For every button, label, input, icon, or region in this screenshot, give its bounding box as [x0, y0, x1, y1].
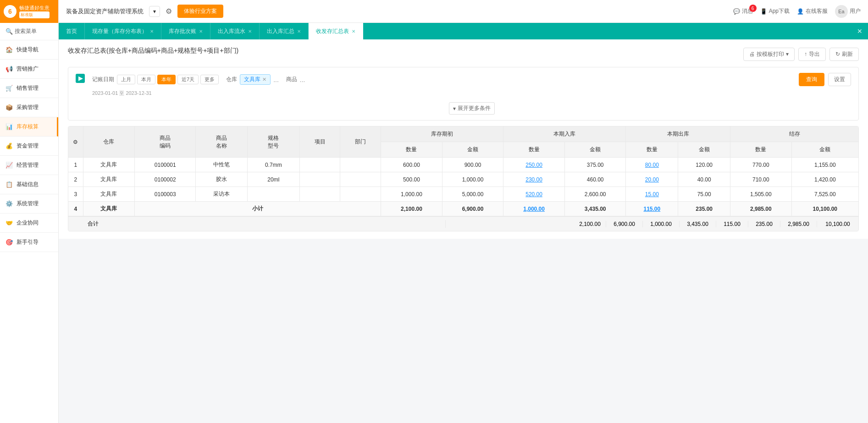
topbar-left: 装备及固定资产辅助管理系统 ▾ ⚙ 体验行业方案 [66, 5, 223, 18]
th-dept: 部门 [340, 126, 381, 158]
sidebar-item-enterprise[interactable]: 🤝 企业协同 [0, 214, 58, 233]
tab-close-icon[interactable]: ✕ [150, 29, 154, 34]
cell-open-amt: 900.00 [442, 158, 503, 172]
sidebar-item-sales[interactable]: 🛒 销售管理 [0, 79, 58, 98]
sidebar-item-guide[interactable]: 🎯 新手引导 [0, 233, 58, 252]
out-qty-link[interactable]: 80.00 [645, 162, 659, 168]
service-icon: 👤 [797, 8, 804, 15]
topbar-right: 💬 消息 6 📱 App下载 👤 在线客服 Ea 用户 [733, 5, 861, 18]
cell-name: 中性笔 [196, 158, 247, 172]
date-btn-this-year[interactable]: 本年 [157, 75, 176, 84]
collapse-button[interactable]: ▶ [76, 74, 85, 83]
tabs-close-all-button[interactable]: ✕ [851, 27, 868, 35]
tab-close-icon[interactable]: ✕ [352, 29, 355, 34]
tab-close-icon[interactable]: ✕ [199, 29, 203, 34]
in-qty-link[interactable]: 520.00 [525, 191, 542, 198]
sidebar-item-quick-nav[interactable]: 🏠 快捷导航 [0, 40, 58, 60]
app-download-button[interactable]: 📱 App下载 [760, 7, 790, 15]
sidebar-item-basic-info[interactable]: 📋 基础信息 [0, 175, 58, 194]
guide-icon: 🎯 [6, 239, 13, 246]
tab-label: 出入库汇总 [267, 27, 294, 35]
date-btn-last-month[interactable]: 上月 [117, 75, 135, 84]
sidebar: 6 畅捷通好生意 标准版 🔍 搜索菜单 🏠 快捷导航 📢 营销推广 🛒 销售管理… [0, 0, 59, 423]
cell-out-qty[interactable]: 115.00 [626, 202, 678, 216]
tab-bar: 首页 现存量（库存分布表） ✕ 库存批次账 ✕ 出入库流水 ✕ 出入库汇总 ✕ … [59, 23, 868, 39]
cell-spec: 0.7mm [247, 158, 299, 172]
messages-button[interactable]: 💬 消息 6 [733, 7, 753, 15]
sidebar-item-assets[interactable]: 💰 资金管理 [0, 137, 58, 156]
th-warehouse: 仓库 [83, 126, 134, 158]
th-outbound-group: 本期出库 [626, 126, 730, 142]
date-btn-7days[interactable]: 近7天 [177, 75, 199, 84]
cell-in-qty[interactable]: 520.00 [503, 187, 565, 202]
collapse-icon: ▶ [78, 75, 83, 82]
online-service-label: 在线客服 [806, 7, 828, 15]
date-btn-this-month[interactable]: 本月 [137, 75, 155, 84]
user-label: 用户 [850, 7, 861, 15]
sidebar-item-marketing[interactable]: 📢 营销推广 [0, 60, 58, 79]
total-open-amt: 6,900.00 [606, 221, 643, 227]
query-button[interactable]: 查询 [799, 73, 824, 86]
total-out-amt: 235.00 [748, 221, 780, 227]
export-button[interactable]: ↑ 导出 [798, 48, 826, 61]
date-btn-more[interactable]: 更多 [200, 75, 219, 84]
out-qty-link[interactable]: 20.00 [645, 176, 659, 183]
expand-more-button[interactable]: ▾ 展开更多条件 [449, 102, 495, 115]
cell-bal-qty: 770.00 [730, 158, 792, 172]
cell-warehouse: 文具库 [83, 202, 134, 216]
cell-out-qty[interactable]: 80.00 [626, 158, 678, 172]
print-button[interactable]: 🖨 按模板打印 ▾ [743, 48, 795, 61]
operations-icon: 📈 [6, 162, 13, 169]
user-menu[interactable]: Ea 用户 [835, 5, 861, 18]
filter-row-1: 记账日期 上月 本月 本年 近7天 更多 仓库 [92, 73, 851, 86]
purchase-icon: 📦 [6, 104, 13, 111]
setting-button[interactable]: 设置 [828, 73, 851, 86]
cell-in-qty[interactable]: 230.00 [503, 172, 565, 187]
tab-home[interactable]: 首页 [59, 23, 85, 39]
cell-out-qty[interactable]: 20.00 [626, 172, 678, 187]
cell-in-qty[interactable]: 250.00 [503, 158, 565, 172]
subtotal-out-qty-link[interactable]: 115.00 [643, 206, 660, 212]
total-in-qty: 1,000.00 [643, 221, 680, 227]
out-qty-link[interactable]: 15.00 [645, 191, 659, 198]
in-qty-link[interactable]: 250.00 [525, 162, 542, 168]
tab-receive-summary[interactable]: 收发存汇总表 ✕ [309, 23, 363, 39]
sidebar-item-operations[interactable]: 📈 经营管理 [0, 156, 58, 175]
tab-close-icon[interactable]: ✕ [248, 29, 252, 34]
cell-in-qty[interactable]: 1,000.00 [503, 202, 565, 216]
warehouse-ellipsis-button[interactable]: ... [273, 76, 279, 83]
subtotal-in-qty-link[interactable]: 1,000.00 [523, 206, 545, 212]
sidebar-item-inventory[interactable]: 📊 库存核算 [0, 117, 58, 137]
tab-flow[interactable]: 出入库流水 ✕ [210, 23, 260, 39]
experience-button[interactable]: 体验行业方案 [177, 5, 223, 18]
sidebar-item-label: 新手引导 [17, 238, 39, 246]
sidebar-item-system[interactable]: ⚙️ 系统管理 [0, 194, 58, 214]
table-row: 1 文具库 0100001 中性笔 0.7mm 600.00 900.00 25… [68, 158, 858, 172]
tab-inventory-dist[interactable]: 现存量（库存分布表） ✕ [85, 23, 161, 39]
cell-out-amt: 235.00 [678, 202, 730, 216]
cell-open-amt: 6,900.00 [442, 202, 503, 216]
online-service-button[interactable]: 👤 在线客服 [797, 7, 828, 15]
warehouse-tag-close-icon[interactable]: ✕ [262, 77, 266, 82]
tab-inout-summary[interactable]: 出入库汇总 ✕ [260, 23, 309, 39]
date-label: 记账日期 [92, 76, 114, 83]
goods-ellipsis-button[interactable]: ... [300, 76, 305, 83]
total-bal-amt: 10,100.00 [817, 221, 858, 227]
warehouse-tag-text: 文具库 [244, 76, 260, 83]
basic-info-icon: 📋 [6, 181, 13, 188]
system-select-dropdown[interactable]: ▾ [149, 6, 160, 17]
cell-in-amt: 460.00 [564, 172, 626, 187]
main-area: 装备及固定资产辅助管理系统 ▾ ⚙ 体验行业方案 💬 消息 6 📱 App下载 … [59, 0, 868, 423]
cell-out-qty[interactable]: 15.00 [626, 187, 678, 202]
sidebar-item-purchase[interactable]: 📦 采购管理 [0, 98, 58, 117]
tab-close-icon[interactable]: ✕ [297, 29, 301, 34]
settings-icon[interactable]: ⚙ [166, 7, 172, 16]
sidebar-item-search[interactable]: 🔍 搜索菜单 [0, 23, 58, 40]
cell-index: 3 [68, 187, 83, 202]
in-qty-link[interactable]: 230.00 [525, 176, 542, 183]
refresh-button[interactable]: ↻ 刷新 [829, 48, 859, 61]
app-download-label: App下载 [769, 7, 790, 15]
total-bal-qty: 2,985.00 [780, 221, 817, 227]
cell-code: 0100003 [134, 187, 196, 202]
tab-batch[interactable]: 库存批次账 ✕ [161, 23, 210, 39]
